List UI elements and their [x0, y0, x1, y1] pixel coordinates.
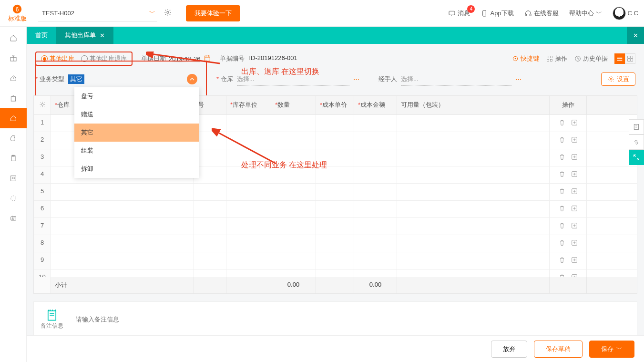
table-row[interactable]: 8 [34, 235, 637, 252]
warehouse-field[interactable]: 仓库 选择... ⋯ [216, 73, 359, 86]
chat-icon [448, 10, 456, 17]
app-download[interactable]: App下载 [480, 9, 513, 18]
list-icon [616, 55, 624, 62]
remark-input[interactable] [76, 316, 630, 323]
chevron-down-icon: ﹀ [149, 9, 155, 17]
cta-button[interactable]: 我要体验一下 [186, 5, 240, 21]
add-row[interactable] [571, 119, 578, 128]
biz-opt-other[interactable]: 其它 [74, 124, 199, 142]
biz-opt-loss[interactable]: 盘亏 [74, 87, 199, 105]
delete-row[interactable] [558, 153, 566, 162]
tab-other-outbound[interactable]: 其他出库单 ✕ [56, 27, 113, 44]
svg-rect-8 [11, 97, 15, 101]
add-row[interactable] [571, 205, 578, 214]
tool-expand[interactable] [629, 150, 644, 165]
delete-row[interactable] [558, 222, 566, 231]
add-row[interactable] [571, 273, 578, 277]
delete-row[interactable] [558, 119, 566, 128]
biz-opt-assemble[interactable]: 组装 [74, 142, 199, 160]
operator-field[interactable]: 经手人 选择... ⋯ [378, 73, 521, 86]
delete-row[interactable] [558, 256, 566, 265]
more-icon[interactable]: ⋯ [515, 76, 521, 83]
add-row[interactable] [571, 136, 578, 145]
save-button[interactable]: 保存﹀ [589, 341, 634, 358]
svg-rect-27 [631, 59, 633, 62]
business-type-value[interactable]: 其它 [68, 74, 84, 84]
nav-cycle[interactable] [9, 194, 18, 203]
remark-icon: 备注信息 [41, 309, 63, 330]
svg-text:新: 新 [11, 216, 15, 220]
view-grid[interactable] [625, 53, 635, 64]
doc-date-field[interactable]: 单据日期 2019-12-26 [141, 54, 211, 63]
user-menu[interactable]: C C [613, 7, 638, 20]
warehouse-select[interactable]: 选择... [237, 73, 349, 86]
shortcut-button[interactable]: 快捷键 [511, 54, 539, 63]
grid-icon [546, 55, 553, 62]
more-icon[interactable]: ⋯ [353, 76, 359, 83]
delete-row[interactable] [558, 136, 566, 145]
nav-contact[interactable] [9, 174, 18, 183]
tool-note[interactable] [629, 119, 644, 134]
delete-row[interactable] [558, 170, 566, 179]
tabstrip-close[interactable]: ✕ [627, 27, 644, 44]
nav-new[interactable]: 新 [9, 214, 18, 223]
nav-bag[interactable] [9, 93, 18, 103]
operator-select[interactable]: 选择... [401, 73, 511, 86]
messages-badge: 4 [467, 5, 475, 13]
add-row[interactable] [571, 256, 578, 265]
table-row[interactable]: 9 [34, 252, 637, 269]
nav-clipboard[interactable] [9, 154, 18, 163]
nav-warehouse[interactable] [0, 108, 27, 128]
form-toolbar: 快捷键 操作 历史单据 [511, 53, 635, 64]
table-row[interactable]: 5 [34, 184, 637, 201]
table-subtotal: 小计 0.00 0.00 [34, 277, 637, 293]
delete-row[interactable] [558, 273, 566, 277]
nav-gift[interactable] [9, 53, 18, 63]
biz-opt-disassemble[interactable]: 拆卸 [74, 160, 199, 178]
online-service[interactable]: 在线客服 [524, 9, 559, 18]
settings-gear[interactable] [164, 9, 172, 18]
config-button[interactable]: 设置 [601, 72, 635, 86]
add-row[interactable] [571, 239, 578, 248]
page: 其他出库 其他出库退库 单据日期 2019-12-26 单据编号 ID-2019… [27, 44, 644, 362]
nav-money[interactable] [9, 134, 18, 143]
chevron-down-icon: ﹀ [616, 345, 623, 352]
add-row[interactable] [571, 222, 578, 231]
delete-row[interactable] [558, 205, 566, 214]
history-button[interactable]: 历史单据 [574, 54, 608, 63]
table-row[interactable]: 7 [34, 218, 637, 235]
delete-row[interactable] [558, 187, 566, 197]
add-row[interactable] [571, 170, 578, 179]
cycle-icon [10, 195, 17, 202]
table-row[interactable]: 10 [34, 269, 637, 277]
col-settings[interactable] [34, 96, 51, 114]
table-row[interactable]: 6 [34, 201, 637, 218]
view-list[interactable] [614, 53, 625, 64]
header-right: 消息 4 App下载 在线客服 帮助中心 ﹀ C C [448, 7, 638, 20]
nav-inbound[interactable] [9, 73, 18, 83]
add-row[interactable] [571, 153, 578, 162]
moneybag-icon [10, 134, 17, 142]
calendar-icon[interactable] [204, 54, 211, 63]
save-draft-button[interactable]: 保存草稿 [534, 341, 583, 358]
operate-button[interactable]: 操作 [546, 54, 567, 63]
business-type-dropdown-toggle[interactable] [187, 74, 197, 84]
add-row[interactable] [571, 187, 578, 197]
delete-row[interactable] [558, 239, 566, 248]
doc-number: 单据编号 ID-20191226-001 [220, 54, 297, 63]
help-center[interactable]: 帮助中心 ﹀ [569, 9, 602, 18]
messages-button[interactable]: 消息 4 [448, 9, 470, 18]
radio-other-out-return[interactable]: 其他出库退库 [81, 54, 127, 63]
nav-home[interactable] [9, 33, 18, 43]
discard-button[interactable]: 放弃 [491, 341, 527, 358]
project-select[interactable]: TEST-H002 ﹀ [38, 5, 157, 21]
biz-opt-gift[interactable]: 赠送 [74, 105, 199, 124]
form-header-row: 其他出库 其他出库退库 单据日期 2019-12-26 单据编号 ID-2019… [33, 49, 637, 69]
gift-icon [10, 54, 17, 62]
tab-home[interactable]: 首页 [27, 27, 56, 44]
tool-link[interactable] [629, 134, 644, 150]
radio-other-out[interactable]: 其他出库 [41, 54, 74, 63]
svg-rect-6 [530, 14, 531, 16]
svg-rect-24 [628, 56, 630, 59]
close-icon[interactable]: ✕ [100, 32, 105, 39]
